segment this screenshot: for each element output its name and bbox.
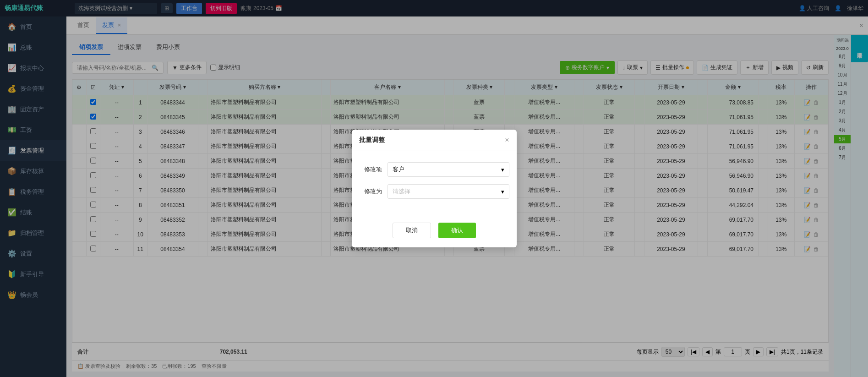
modify-field-row: 修改项 客户 ▾ <box>359 162 509 177</box>
field-dropdown-icon: ▾ <box>501 166 504 173</box>
modal-overlay: 批量调整 × 修改项 客户 ▾ 修改为 请选择 ▾ 取消 确认 <box>0 0 868 377</box>
batch-adjust-modal: 批量调整 × 修改项 客户 ▾ 修改为 请选择 ▾ 取消 确认 <box>352 130 517 247</box>
modify-value-row: 修改为 请选择 ▾ <box>359 184 509 199</box>
modal-footer: 取消 确认 <box>352 217 517 247</box>
modal-title: 批量调整 <box>359 136 385 144</box>
modify-field-select[interactable]: 客户 ▾ <box>388 162 509 177</box>
modal-header: 批量调整 × <box>352 130 517 151</box>
modify-value-select[interactable]: 请选择 ▾ <box>388 184 509 199</box>
value-dropdown-icon: ▾ <box>501 188 504 195</box>
modal-close-btn[interactable]: × <box>505 136 509 144</box>
modal-body: 修改项 客户 ▾ 修改为 请选择 ▾ <box>352 151 517 217</box>
modify-value-label: 修改为 <box>359 187 382 196</box>
cancel-button[interactable]: 取消 <box>393 223 431 238</box>
modify-field-label: 修改项 <box>359 165 382 174</box>
confirm-button[interactable]: 确认 <box>438 223 476 238</box>
